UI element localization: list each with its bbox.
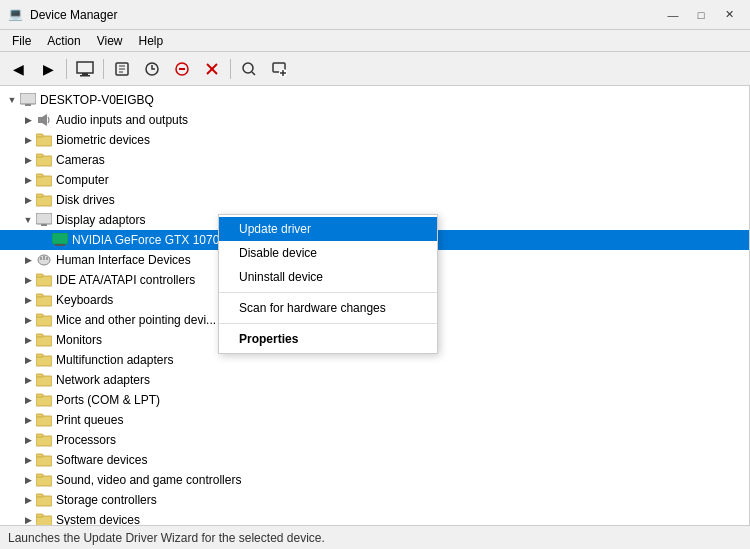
tree-label-root: DESKTOP-V0EIGBQ — [40, 93, 154, 107]
context-menu-item-disable-device[interactable]: Disable device — [219, 241, 437, 265]
menu-file[interactable]: File — [4, 32, 39, 50]
tree-item-sound[interactable]: ▶Sound, video and game controllers — [0, 470, 749, 490]
toolbar-disable[interactable] — [168, 56, 196, 82]
svg-marker-21 — [42, 114, 47, 126]
tree-item-system[interactable]: ▶System devices — [0, 510, 749, 525]
svg-rect-26 — [36, 176, 52, 186]
tree-toggle-computer[interactable]: ▶ — [20, 172, 36, 188]
tree-icon-multifunction — [36, 352, 52, 368]
tree-toggle-network[interactable]: ▶ — [20, 372, 36, 388]
tree-toggle-system[interactable]: ▶ — [20, 512, 36, 525]
svg-rect-40 — [36, 296, 52, 306]
tree-toggle-nvidia — [36, 232, 52, 248]
tree-icon-storage — [36, 492, 52, 508]
menu-view[interactable]: View — [89, 32, 131, 50]
tree-icon-computer — [36, 172, 52, 188]
tree-toggle-storage[interactable]: ▶ — [20, 492, 36, 508]
context-menu-item-update-driver[interactable]: Update driver — [219, 217, 437, 241]
toolbar-update-driver[interactable] — [138, 56, 166, 82]
tree-item-processors[interactable]: ▶Processors — [0, 430, 749, 450]
tree-toggle-processors[interactable]: ▶ — [20, 432, 36, 448]
tree-item-disk[interactable]: ▶Disk drives — [0, 190, 749, 210]
tree-label-ide: IDE ATA/ATAPI controllers — [56, 273, 195, 287]
tree-toggle-software[interactable]: ▶ — [20, 452, 36, 468]
tree-item-network[interactable]: ▶Network adapters — [0, 370, 749, 390]
tree-toggle-multifunction[interactable]: ▶ — [20, 352, 36, 368]
svg-rect-24 — [36, 156, 52, 166]
tree-item-storage[interactable]: ▶Storage controllers — [0, 490, 749, 510]
tree-label-display: Display adaptors — [56, 213, 145, 227]
tree-toggle-disk[interactable]: ▶ — [20, 192, 36, 208]
tree-icon-sound — [36, 472, 52, 488]
tree-icon-display — [36, 212, 52, 228]
tree-toggle-ports[interactable]: ▶ — [20, 392, 36, 408]
tree-item-ports[interactable]: ▶Ports (COM & LPT) — [0, 390, 749, 410]
toolbar-uninstall[interactable] — [198, 56, 226, 82]
svg-rect-45 — [36, 334, 43, 337]
toolbar-computer[interactable] — [71, 56, 99, 82]
maximize-button[interactable]: □ — [688, 5, 714, 25]
svg-rect-51 — [36, 394, 43, 397]
toolbar-sep-1 — [66, 59, 67, 79]
context-menu-item-scan-changes[interactable]: Scan for hardware changes — [219, 296, 437, 320]
context-menu: Update driverDisable deviceUninstall dev… — [218, 214, 438, 354]
svg-rect-60 — [36, 496, 52, 506]
tree-label-processors: Processors — [56, 433, 116, 447]
tree-label-print: Print queues — [56, 413, 123, 427]
tree-toggle-keyboards[interactable]: ▶ — [20, 292, 36, 308]
svg-rect-61 — [36, 494, 43, 497]
toolbar-forward[interactable]: ▶ — [34, 56, 62, 82]
tree-item-computer[interactable]: ▶Computer — [0, 170, 749, 190]
tree-toggle-biometric[interactable]: ▶ — [20, 132, 36, 148]
menu-help[interactable]: Help — [131, 32, 172, 50]
toolbar-add-hardware[interactable] — [265, 56, 293, 82]
svg-rect-52 — [36, 416, 52, 426]
tree-icon-cameras — [36, 152, 52, 168]
tree-label-nvidia: NVIDIA GeForce GTX 1070 — [72, 233, 219, 247]
svg-rect-44 — [36, 336, 52, 346]
toolbar-properties[interactable] — [108, 56, 136, 82]
minimize-button[interactable]: — — [660, 5, 686, 25]
toolbar-sep-2 — [103, 59, 104, 79]
tree-item-print[interactable]: ▶Print queues — [0, 410, 749, 430]
tree-label-hid: Human Interface Devices — [56, 253, 191, 267]
toolbar-sep-3 — [230, 59, 231, 79]
tree-item-software[interactable]: ▶Software devices — [0, 450, 749, 470]
tree-toggle-display[interactable]: ▼ — [20, 212, 36, 228]
tree-icon-software — [36, 452, 52, 468]
tree-item-root[interactable]: ▼DESKTOP-V0EIGBQ — [0, 90, 749, 110]
tree-icon-print — [36, 412, 52, 428]
context-menu-item-uninstall-device[interactable]: Uninstall device — [219, 265, 437, 289]
tree-toggle-monitors[interactable]: ▶ — [20, 332, 36, 348]
close-button[interactable]: ✕ — [716, 5, 742, 25]
context-menu-sep-sep1 — [219, 292, 437, 293]
svg-rect-58 — [36, 476, 52, 486]
tree-toggle-hid[interactable]: ▶ — [20, 252, 36, 268]
tree-toggle-audio[interactable]: ▶ — [20, 112, 36, 128]
svg-point-12 — [243, 63, 253, 73]
toolbar-back[interactable]: ◀ — [4, 56, 32, 82]
tree-item-cameras[interactable]: ▶Cameras — [0, 150, 749, 170]
tree-icon-keyboards — [36, 292, 52, 308]
tree-icon-network — [36, 372, 52, 388]
context-menu-item-properties[interactable]: Properties — [219, 327, 437, 351]
tree-item-audio[interactable]: ▶Audio inputs and outputs — [0, 110, 749, 130]
tree-label-ports: Ports (COM & LPT) — [56, 393, 160, 407]
tree-toggle-ide[interactable]: ▶ — [20, 272, 36, 288]
tree-toggle-cameras[interactable]: ▶ — [20, 152, 36, 168]
tree-toggle-sound[interactable]: ▶ — [20, 472, 36, 488]
tree-toggle-root[interactable]: ▼ — [4, 92, 20, 108]
svg-rect-53 — [36, 414, 43, 417]
svg-rect-0 — [77, 62, 93, 73]
svg-rect-47 — [36, 354, 43, 357]
tree-icon-biometric — [36, 132, 52, 148]
tree-toggle-print[interactable]: ▶ — [20, 412, 36, 428]
tree-label-audio: Audio inputs and outputs — [56, 113, 188, 127]
toolbar-scan[interactable] — [235, 56, 263, 82]
tree-item-biometric[interactable]: ▶Biometric devices — [0, 130, 749, 150]
tree-icon-hid — [36, 252, 52, 268]
menu-action[interactable]: Action — [39, 32, 88, 50]
tree-icon-mice — [36, 312, 52, 328]
tree-toggle-mice[interactable]: ▶ — [20, 312, 36, 328]
title-bar: 💻 Device Manager — □ ✕ — [0, 0, 750, 30]
